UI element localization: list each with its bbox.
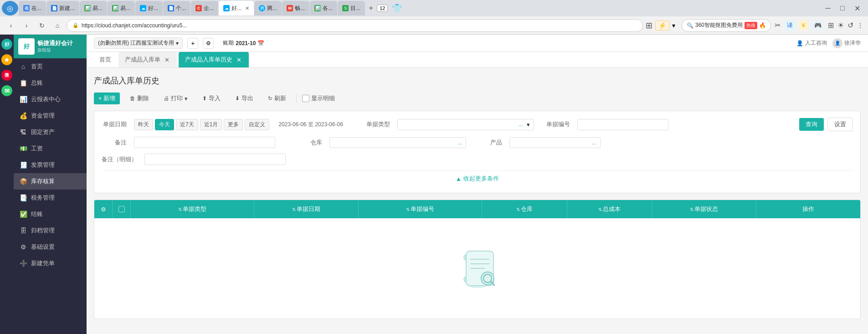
tab-item-12[interactable]: S 目... [338,1,365,15]
date-btn-more[interactable]: 更多 [224,119,243,130]
sidebar-item-ledger[interactable]: 📋 总账 [14,75,87,91]
date-btn-today[interactable]: 今天 [155,119,174,130]
product-more[interactable]: ... [592,139,596,146]
list-tab-close-button[interactable]: ✕ [163,56,170,63]
weibo-icon[interactable]: 微 [1,69,13,81]
sidebar-item-new-bill[interactable]: ➕ 新建凭单 [14,255,87,272]
forward-button[interactable]: › [20,19,33,32]
tab-item-8[interactable]: ☁ 好... ✕ [219,1,254,15]
sidebar-item-tax[interactable]: 📑 税务管理 [14,190,87,206]
date-btn-1month[interactable]: 近1月 [200,119,222,130]
sidebar-item-home[interactable]: ⌂ 首页 [14,58,87,75]
address-input[interactable]: 🔒 https://cloud.chanjet.com/accounting/u… [67,19,643,32]
brightness-icon[interactable]: ☀ [837,21,844,30]
currency-icon[interactable]: ¥ [799,21,808,30]
th-cost[interactable]: ⇅ 总成本 [567,200,652,218]
add-button[interactable]: + 新增 [94,92,120,104]
tab-item-3[interactable]: 📊 易... [80,1,107,15]
type-select-more[interactable]: ... [519,121,523,128]
th-num[interactable]: ⇅ 单据编号 [359,200,482,218]
checkbox-show-detail[interactable] [302,95,309,102]
remark-input[interactable] [134,137,275,148]
tab-item-11[interactable]: 📊 各... [310,1,337,15]
print-button[interactable]: 🖨 打印 ▾ [159,92,192,104]
date-btn-yesterday[interactable]: 昨天 [134,119,153,130]
product-select[interactable]: ... [509,137,601,148]
sidebar-item-cloud-report[interactable]: 📊 云报表中心 [14,91,87,108]
th-checkbox[interactable] [113,200,131,218]
add-company-button[interactable]: + [187,38,198,49]
export-button[interactable]: ⬇ 导出 [231,92,258,104]
warehouse-more[interactable]: ... [457,139,462,146]
tab-item-4[interactable]: 📊 易... [108,1,135,15]
header-checkbox[interactable] [118,206,125,212]
th-gear[interactable]: ⚙ [94,200,113,218]
mail-icon[interactable]: ✉ [1,85,13,97]
breadcrumb-tab-history[interactable]: 产成品入库单历史 ✕ [179,52,249,67]
tab-item-1[interactable]: 在 在... [19,1,46,15]
filter-settings-button[interactable]: 设置 [827,118,853,131]
company-selector[interactable]: (勿删勿禁用) 江西服宝测试专用 ▾ [94,37,183,49]
import-button[interactable]: ⬆ 导入 [198,92,225,104]
breadcrumb-home[interactable]: 首页 [94,52,117,67]
flash-icon[interactable]: ⚡ [655,21,669,31]
tab-item-7[interactable]: C 企... [191,1,218,15]
settings-company-icon[interactable]: ⚙ [203,38,214,49]
sidebar-item-payroll[interactable]: 💵 工资 [14,140,87,157]
calendar-icon[interactable]: 📅 [257,40,264,46]
breadcrumb-tab-list[interactable]: 产成品入库单 ✕ [118,52,177,67]
extensions-icon[interactable]: ⊞ [646,21,652,31]
tab-item-10[interactable]: M 畅... [282,1,309,15]
type-filter-select[interactable]: ... ▾ [397,119,534,130]
refresh-button[interactable]: ↻ 刷新 [263,92,291,104]
th-status[interactable]: ⇅ 单据状态 [652,200,756,218]
warehouse-select[interactable]: ... [329,137,466,148]
sidebar-item-invoice[interactable]: 🧾 发票管理 [14,157,87,173]
minimize-button[interactable]: ─ [822,3,833,14]
star-icon[interactable]: ★ [1,54,13,66]
maximize-button[interactable]: □ [837,3,848,14]
grid-icon[interactable]: ⊞ [828,21,834,30]
tab-item-6[interactable]: 📄 个... [163,1,190,15]
translate-icon[interactable]: 译 [784,20,796,31]
collapse-button[interactable]: ▲ 收起更多条件 [452,173,503,185]
tab-close-icon[interactable]: ✕ [245,5,249,11]
customize-icon[interactable]: 👕 [392,3,402,13]
num-filter-input[interactable] [577,119,668,130]
th-warehouse[interactable]: ⇅ 仓库 [482,200,567,218]
sidebar-item-settle[interactable]: ✅ 结账 [14,206,87,222]
sidebar-item-basic[interactable]: ⚙ 基础设置 [14,239,87,255]
th-type[interactable]: ⇅ 单据类型 [131,200,254,218]
new-tab-button[interactable]: + [365,3,376,14]
delete-button[interactable]: 🗑 删除 [125,92,154,104]
sidebar-item-archive[interactable]: 🗄 归档管理 [14,222,87,239]
back-button[interactable]: ‹ [5,19,17,32]
query-button[interactable]: 查询 [799,118,824,131]
search-bar[interactable]: 🔍 360智能抠图免费用 热搜 🔥 [682,19,771,32]
tab-navigation[interactable]: ◎ [2,1,18,15]
detail-remark-input[interactable] [144,154,286,165]
tab-item-9[interactable]: 腾 腾... [254,1,282,15]
tab-item-2[interactable]: 📄 新建... [46,1,79,15]
refresh-button[interactable]: ↻ [36,19,48,32]
date-btn-custom[interactable]: 自定义 [245,119,269,130]
user-profile-button[interactable]: 👤 徐泽华 [832,38,861,48]
show-detail-toggle[interactable]: 显示明细 [302,94,335,103]
date-btn-7days[interactable]: 近7天 [176,119,198,130]
settings-more-icon[interactable]: ⋮ [857,22,863,29]
sidebar-item-capital[interactable]: 💰 资金管理 [14,108,87,124]
history-tab-close-button[interactable]: ✕ [235,56,242,63]
game-icon[interactable]: 🎮 [812,21,824,30]
home-button[interactable]: ⌂ [51,19,64,32]
app-logo-icon[interactable]: 好 [1,38,13,50]
th-date[interactable]: ⇅ 单据日期 [254,200,359,218]
dropdown-arrow[interactable]: ▾ [672,22,675,29]
scissors-icon[interactable]: ✂ [775,21,781,30]
close-button[interactable]: ✕ [852,3,863,14]
sidebar-item-fixed-assets[interactable]: 🏗 固定资产 [14,124,87,140]
tab-counter[interactable]: 12 [377,5,388,12]
tab-item-5[interactable]: ☁ 好... [135,1,163,15]
sidebar-item-inventory[interactable]: 📦 库存核算 [14,173,87,190]
undo-icon[interactable]: ↺ [847,21,853,30]
human-service-button[interactable]: 👤 人工咨询 [796,39,827,47]
